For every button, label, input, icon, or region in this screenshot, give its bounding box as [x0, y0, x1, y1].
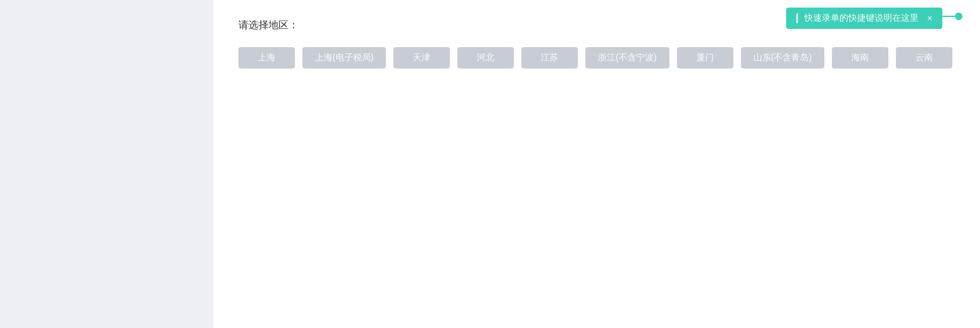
- region-button-jiangsu[interactable]: 江苏: [521, 47, 578, 68]
- main-content: 请选择地区： 上海上海(电子税局)天津河北江苏浙江(不含宁波)厦门山东(不含青岛…: [213, 0, 980, 328]
- region-buttons: 上海上海(电子税局)天津河北江苏浙江(不含宁波)厦门山东(不含青岛)海南云南: [238, 47, 955, 68]
- left-sidebar: [0, 0, 213, 328]
- tooltip-accent: [796, 13, 798, 23]
- region-button-hainan[interactable]: 海南: [832, 47, 888, 68]
- region-button-yunnan[interactable]: 云南: [896, 47, 952, 68]
- region-button-tianjin[interactable]: 天津: [393, 47, 450, 68]
- region-button-zhejiang[interactable]: 浙江(不含宁波): [585, 47, 669, 68]
- tooltip-bar: 快速录单的快捷键说明在这里 ×: [786, 8, 942, 29]
- region-button-hebei[interactable]: 河北: [457, 47, 514, 68]
- tooltip-dot: [955, 13, 962, 20]
- region-button-shanghai-etax[interactable]: 上海(电子税局): [302, 47, 386, 68]
- region-button-xiamen[interactable]: 厦门: [677, 47, 733, 68]
- region-button-shanghai[interactable]: 上海: [238, 47, 295, 68]
- tooltip-line: [942, 16, 955, 17]
- tooltip-close-button[interactable]: ×: [927, 13, 932, 23]
- tooltip-text: 快速录单的快捷键说明在这里: [804, 13, 919, 24]
- region-button-shandong[interactable]: 山东(不含青岛): [741, 47, 824, 68]
